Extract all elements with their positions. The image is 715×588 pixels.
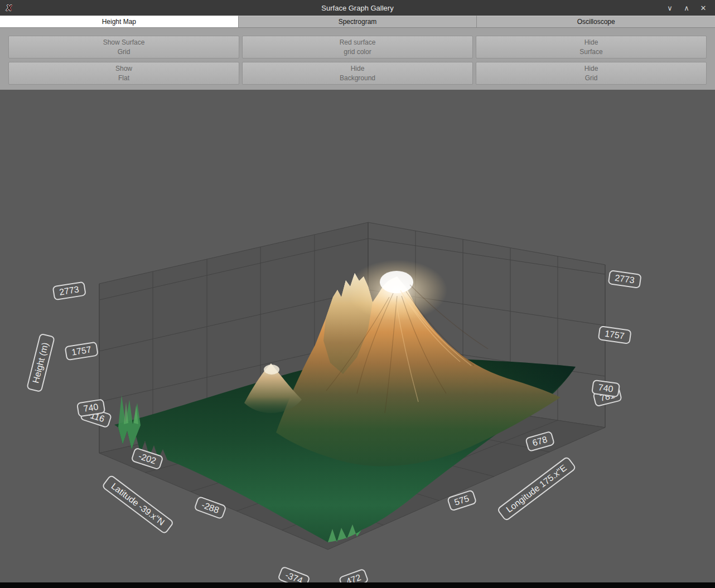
- button-label: Grid: [585, 74, 598, 83]
- button-label: Hide: [584, 38, 598, 47]
- maximize-icon[interactable]: ∧: [683, 4, 690, 12]
- hide-surface-button[interactable]: Hide Surface: [476, 36, 707, 59]
- titlebar: X Surface Graph Gallery ∨ ∧ ✕: [0, 0, 715, 16]
- window-controls: ∨ ∧ ✕: [666, 4, 715, 12]
- button-label: Flat: [118, 74, 129, 83]
- button-label: Grid: [118, 47, 131, 57]
- hide-background-button[interactable]: Hide Background: [242, 62, 473, 85]
- bottom-strip: [0, 582, 715, 588]
- button-label: Surface: [579, 47, 602, 57]
- close-icon[interactable]: ✕: [699, 4, 707, 12]
- tab-oscilloscope[interactable]: Oscilloscope: [477, 16, 715, 27]
- button-label: Background: [340, 74, 375, 83]
- shade-icon[interactable]: ∨: [666, 4, 674, 12]
- hide-grid-button[interactable]: Hide Grid: [476, 62, 707, 85]
- button-label: Red surface: [340, 38, 376, 47]
- tab-height-map[interactable]: Height Map: [0, 16, 239, 27]
- button-label: Show Surface: [103, 38, 145, 47]
- show-surface-grid-button[interactable]: Show Surface Grid: [8, 36, 239, 59]
- app-icon: X: [4, 3, 14, 13]
- button-label: Show: [115, 64, 132, 74]
- red-surface-grid-color-button[interactable]: Red surface grid color: [242, 36, 473, 59]
- tab-bar: Height Map Spectrogram Oscilloscope: [0, 16, 715, 28]
- window-title: Surface Graph Gallery: [0, 4, 715, 12]
- button-label: Hide: [351, 64, 365, 74]
- button-label: Hide: [584, 64, 598, 74]
- control-panel: Show Surface Grid Red surface grid color…: [0, 28, 715, 90]
- button-label: grid color: [344, 47, 371, 57]
- tab-spectrogram[interactable]: Spectrogram: [239, 16, 477, 27]
- show-flat-button[interactable]: Show Flat: [8, 62, 239, 85]
- surface-plot-view[interactable]: 781 678 575 472 Longitude 175.x''E -116 …: [0, 90, 715, 582]
